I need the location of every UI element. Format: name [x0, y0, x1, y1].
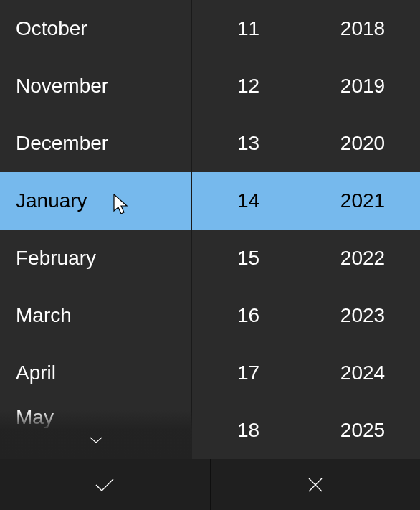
year-option[interactable]: 2024 — [305, 344, 420, 402]
month-option[interactable]: October — [0, 0, 191, 57]
accept-button[interactable] — [0, 459, 210, 510]
year-option[interactable]: 2020 — [305, 115, 420, 172]
day-option[interactable]: 11 — [192, 0, 305, 57]
close-icon — [307, 477, 323, 493]
month-option[interactable]: November — [0, 57, 191, 115]
day-option[interactable]: 12 — [192, 57, 305, 115]
checkmark-icon — [95, 477, 115, 493]
day-option[interactable]: 13 — [192, 115, 305, 172]
cancel-button[interactable] — [211, 459, 421, 510]
day-column[interactable]: 11 12 13 14 15 16 17 18 — [192, 0, 305, 459]
month-option-selected[interactable]: January — [0, 172, 191, 230]
action-bar — [0, 459, 420, 510]
day-option-selected[interactable]: 14 — [192, 172, 305, 230]
month-option[interactable]: April — [0, 344, 191, 402]
year-column[interactable]: 2018 2019 2020 2021 2022 2023 2024 2025 — [305, 0, 420, 459]
year-option[interactable]: 2022 — [305, 230, 420, 287]
chevron-down-icon[interactable] — [87, 432, 105, 449]
year-option[interactable]: 2018 — [305, 0, 420, 57]
year-option[interactable]: 2019 — [305, 57, 420, 115]
year-option[interactable]: 2025 — [305, 402, 420, 459]
month-option[interactable]: February — [0, 230, 191, 287]
year-option[interactable]: 2023 — [305, 287, 420, 344]
day-option[interactable]: 16 — [192, 287, 305, 344]
day-option[interactable]: 15 — [192, 230, 305, 287]
date-picker: October November December January Februa… — [0, 0, 420, 459]
day-option[interactable]: 18 — [192, 402, 305, 459]
year-option-selected[interactable]: 2021 — [305, 172, 420, 230]
month-column[interactable]: October November December January Februa… — [0, 0, 192, 459]
month-option[interactable]: March — [0, 287, 191, 344]
month-option[interactable]: December — [0, 115, 191, 172]
day-option[interactable]: 17 — [192, 344, 305, 402]
